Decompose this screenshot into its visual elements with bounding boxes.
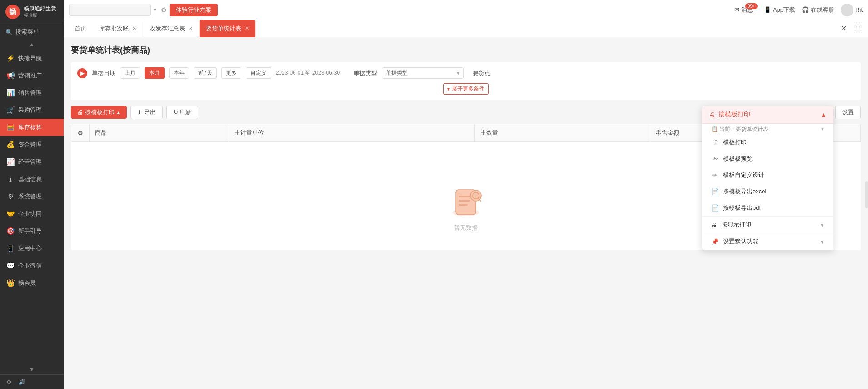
display-print-label: 按显示打印 xyxy=(722,221,751,229)
settings-footer-icon[interactable]: ⚙ xyxy=(6,379,12,385)
app-download-label: App下载 xyxy=(773,6,795,14)
sidebar-scroll-down[interactable]: ▼ xyxy=(0,364,64,374)
sidebar-item-finance[interactable]: 💰 资金管理 xyxy=(0,136,64,153)
purchase-icon: 🛒 xyxy=(6,106,15,114)
tab-close-window-button[interactable]: ✕ xyxy=(838,23,849,34)
topbar-search-box[interactable] xyxy=(69,4,151,16)
filter-toggle-btn[interactable]: ▶ xyxy=(77,68,87,78)
search-icon: 🔍 xyxy=(5,29,13,35)
template-print-label: 模板打印 xyxy=(723,138,747,147)
sidebar-item-operation[interactable]: 📈 经营管理 xyxy=(0,153,64,171)
toolbar: 🖨 按模板打印 ▲ ⬆ 导出 ↻ 刷新 ··· 查询 设置 � xyxy=(71,106,861,119)
app-download-button[interactable]: 📱 App下载 xyxy=(764,6,795,14)
tab-maximize-button[interactable]: ⛶ xyxy=(853,23,863,34)
username-label: Rit xyxy=(855,6,863,13)
date-btn-last7[interactable]: 近7天 xyxy=(194,67,217,79)
date-btn-this-year[interactable]: 本年 xyxy=(169,67,189,79)
online-service-button[interactable]: 🎧 在线客服 xyxy=(802,6,834,14)
topbar-gear-icon[interactable]: ⚙ xyxy=(161,6,167,14)
expand-filter-button[interactable]: ▾ 展开更多条件 xyxy=(443,83,489,95)
export-pdf-icon: 📄 xyxy=(711,204,718,212)
trial-button[interactable]: 体验行业方案 xyxy=(170,4,218,16)
sidebar-logo: 畅 畅康通好生意 标准版 xyxy=(0,0,64,24)
refresh-button[interactable]: ↻ 刷新 xyxy=(166,106,199,119)
online-service-icon: 🎧 xyxy=(802,6,809,13)
tab-order-stats-close[interactable]: ✕ xyxy=(245,25,249,31)
filter-bar: ▶ 单据日期 上月 本月 本年 近7天 更多 自定义 2023-06-01 至 … xyxy=(71,62,861,100)
system-icon: ⚙ xyxy=(6,192,15,201)
tab-batch-accounts-label: 库存批次账 xyxy=(99,25,129,33)
settings-button[interactable]: 设置 xyxy=(835,106,861,119)
page-title: 要货单统计表(按商品) xyxy=(71,45,861,56)
sound-footer-icon[interactable]: 🔊 xyxy=(18,379,25,385)
template-print-item[interactable]: 🖨 模板打印 xyxy=(702,134,833,151)
refresh-icon: ↻ xyxy=(173,109,178,116)
sidebar-search[interactable]: 🔍 搜索菜单 xyxy=(0,24,64,40)
inventory-icon: 🧮 xyxy=(6,123,15,131)
template-preview-icon: 👁 xyxy=(711,155,718,162)
sidebar-item-quick-nav[interactable]: ⚡ 快捷导航 xyxy=(0,50,64,67)
date-btn-more[interactable]: 更多 xyxy=(221,67,241,79)
topbar-chevron-icon[interactable]: ▾ xyxy=(154,7,156,13)
sidebar-item-label: 系统管理 xyxy=(18,192,42,201)
export-excel-label: 按模板导出excel xyxy=(723,187,766,196)
date-btn-custom[interactable]: 自定义 xyxy=(246,67,271,79)
sidebar-item-inventory[interactable]: 🧮 库存核算 xyxy=(0,119,64,136)
sidebar-item-member[interactable]: 👑 畅会员 xyxy=(0,274,64,292)
sidebar-item-sales[interactable]: 📊 销售管理 xyxy=(0,84,64,101)
col-settings[interactable]: ⚙ xyxy=(71,124,90,142)
print-arrow-icon: ▲ xyxy=(116,110,120,115)
display-print-icon: 🖨 xyxy=(711,222,717,228)
current-template-label: 📋 当前：要货单统计表 ▾ xyxy=(702,124,833,134)
print-dropdown-title-icon: 🖨 xyxy=(708,111,715,118)
date-btn-prev-month[interactable]: 上月 xyxy=(120,67,140,79)
marketing-icon: 📢 xyxy=(6,71,15,80)
export-button[interactable]: ⬆ 导出 xyxy=(130,106,163,119)
message-button[interactable]: ✉ 消息 99+ xyxy=(734,6,753,14)
sidebar-item-label: 快捷导航 xyxy=(18,54,42,62)
sidebar-item-purchase[interactable]: 🛒 采购管理 xyxy=(0,101,64,119)
tab-order-stats-label: 要货单统计表 xyxy=(206,25,241,33)
tab-receipts-summary[interactable]: 收发存汇总表 ✕ xyxy=(143,20,200,37)
sidebar-item-enterprise[interactable]: 🤝 企业协同 xyxy=(0,205,64,222)
member-icon: 👑 xyxy=(6,279,15,287)
export-excel-icon: 📄 xyxy=(711,188,718,195)
tab-receipts-summary-close[interactable]: ✕ xyxy=(189,25,193,31)
content-area: 要货单统计表(按商品) ▶ 单据日期 上月 本月 本年 近7天 更多 自定义 2… xyxy=(64,37,868,389)
set-default-item[interactable]: 📌 设置默认功能 ▾ xyxy=(702,233,833,250)
sidebar-item-basic[interactable]: ℹ 基础信息 xyxy=(0,171,64,188)
message-badge: 99+ xyxy=(745,3,758,9)
set-default-arrow: ▾ xyxy=(821,238,824,245)
tab-order-stats[interactable]: 要货单统计表 ✕ xyxy=(200,20,256,37)
export-pdf-item[interactable]: 📄 按模板导出pdf xyxy=(702,200,833,216)
tab-home[interactable]: 首页 xyxy=(68,20,93,37)
date-btn-this-month[interactable]: 本月 xyxy=(145,67,165,79)
tab-batch-accounts[interactable]: 库存批次账 ✕ xyxy=(93,20,143,37)
sidebar-scroll-up[interactable]: ▲ xyxy=(0,40,64,50)
current-text: 当前：要货单统计表 xyxy=(719,126,768,132)
topbar-input-area: ▾ ⚙ 体验行业方案 xyxy=(69,4,731,16)
app-download-icon: 📱 xyxy=(764,6,771,13)
sidebar-item-guide[interactable]: 🎯 新手引导 xyxy=(0,222,64,240)
template-design-item[interactable]: ✏ 模板自定义设计 xyxy=(702,167,833,183)
print-template-button[interactable]: 🖨 按模板打印 ▲ xyxy=(71,106,127,119)
display-print-item[interactable]: 🖨 按显示打印 ▾ xyxy=(702,216,833,233)
sidebar-item-system[interactable]: ⚙ 系统管理 xyxy=(0,188,64,205)
col-goods: 商品 xyxy=(90,124,229,142)
template-preview-item[interactable]: 👁 模板板预览 xyxy=(702,151,833,167)
user-avatar-area[interactable]: Rit xyxy=(841,4,863,16)
print-dropdown-close-arrow[interactable]: ▲ xyxy=(820,111,827,118)
sidebar-item-marketing[interactable]: 📢 营销推广 xyxy=(0,67,64,84)
export-excel-item[interactable]: 📄 按模板导出excel xyxy=(702,183,833,200)
enterprise-icon: 🤝 xyxy=(6,210,15,218)
sidebar-item-appstore[interactable]: 📱 应用中心 xyxy=(0,240,64,257)
tab-batch-accounts-close[interactable]: ✕ xyxy=(132,25,136,31)
col-unit: 主计量单位 xyxy=(229,124,475,142)
appstore-icon: 📱 xyxy=(6,244,15,253)
empty-text: 暂无数据 xyxy=(454,224,478,232)
sidebar-item-label: 营销推广 xyxy=(18,71,42,80)
resize-handle[interactable] xyxy=(865,181,868,208)
filter-row-expand: ▾ 展开更多条件 xyxy=(77,83,854,95)
sidebar-item-wechat[interactable]: 💬 企业微信 xyxy=(0,257,64,274)
type-select[interactable]: 单据类型 ▾ xyxy=(382,67,464,79)
